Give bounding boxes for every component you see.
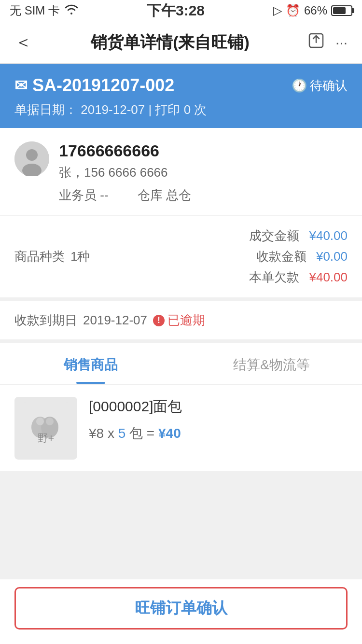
location-icon: ▷ (273, 4, 282, 17)
back-button[interactable]: ＜ (14, 30, 32, 54)
wifi-icon (65, 4, 78, 17)
overdue-text: 已逾期 (167, 312, 205, 329)
confirm-order-button[interactable]: 旺铺订单确认 (14, 587, 348, 630)
share-button[interactable] (308, 33, 324, 52)
product-name: [0000002]面包 (89, 397, 348, 417)
more-button[interactable]: ··· (335, 34, 348, 51)
svg-text:野+: 野+ (38, 432, 55, 444)
page-title: 销货单详情(来自旺铺) (91, 31, 250, 54)
customer-name: 张，156 6666 6666 (59, 164, 348, 181)
category-info: 商品种类 1种 (14, 227, 181, 286)
status-right: ▷ ⏰ 66% (273, 4, 352, 17)
tab-settlement[interactable]: 结算&物流等 (181, 343, 362, 384)
overdue-badge: ! 已逾期 (153, 312, 205, 329)
battery-percent: 66% (304, 4, 327, 17)
product-logo: 野+ (22, 402, 70, 455)
status-left: 无 SIM 卡 (10, 3, 78, 18)
order-id: ✉ SA-20191207-002 (14, 75, 174, 96)
status-bar: 无 SIM 卡 下午3:28 ▷ ⏰ 66% (0, 0, 362, 21)
bottom-bar: 旺铺订单确认 (0, 579, 362, 644)
tab-products[interactable]: 销售商品 (0, 343, 181, 384)
sales-label: 业务员 -- (59, 187, 109, 204)
product-quantity: 5 (118, 426, 126, 441)
transaction-amount: ¥40.00 (309, 228, 348, 243)
product-price: ¥8 x 5 包 = ¥40 (89, 424, 348, 443)
due-date-section: 收款到期日 2019-12-07 ! 已逾期 (0, 301, 362, 343)
status-clock-icon: 🕐 (292, 78, 307, 93)
svg-point-2 (26, 149, 38, 161)
transaction-row: 成交金额 ¥40.00 (249, 227, 348, 244)
warning-icon: ! (153, 315, 165, 326)
owed-row: 本单欠款 ¥40.00 (249, 269, 348, 286)
alarm-icon: ⏰ (286, 4, 300, 17)
product-info: [0000002]面包 ¥8 x 5 包 = ¥40 (89, 397, 348, 443)
product-image: 野+ (14, 397, 77, 460)
svg-point-8 (46, 418, 54, 425)
nav-actions: ··· (308, 33, 348, 52)
svg-point-7 (36, 418, 44, 425)
due-date: 2019-12-07 (83, 313, 147, 328)
customer-info: 17666666666 张，156 6666 6666 业务员 -- 仓库 总仓 (59, 141, 348, 204)
nav-bar: ＜ 销货单详情(来自旺铺) ··· (0, 21, 362, 64)
due-label: 收款到期日 (14, 312, 77, 329)
customer-section: 17666666666 张，156 6666 6666 业务员 -- 仓库 总仓 (0, 128, 362, 216)
customer-phone: 17666666666 (59, 141, 348, 160)
warehouse-label: 仓库 总仓 (138, 187, 191, 204)
time-label: 下午3:28 (147, 1, 205, 21)
owed-amount: ¥40.00 (309, 270, 348, 285)
collected-amount: ¥0.00 (316, 249, 348, 264)
summary-section: 商品种类 1种 成交金额 ¥40.00 收款金额 ¥0.00 本单欠款 ¥40.… (0, 216, 362, 301)
carrier-label: 无 SIM 卡 (10, 3, 60, 18)
amounts-info: 成交金额 ¥40.00 收款金额 ¥0.00 本单欠款 ¥40.00 (181, 227, 348, 286)
collected-row: 收款金额 ¥0.00 (256, 248, 348, 265)
product-section: 野+ [0000002]面包 ¥8 x 5 包 = ¥40 (0, 385, 362, 471)
order-icon: ✉ (14, 76, 28, 95)
avatar (14, 141, 49, 176)
order-status: 🕐 待确认 (292, 77, 348, 94)
header-top: ✉ SA-20191207-002 🕐 待确认 (14, 75, 348, 96)
customer-meta: 业务员 -- 仓库 总仓 (59, 187, 348, 204)
battery-icon (331, 5, 352, 16)
product-total: ¥40 (158, 426, 181, 441)
tabs-section: 销售商品 结算&物流等 (0, 343, 362, 384)
order-date-line: 单据日期： 2019-12-07 | 打印 0 次 (14, 101, 348, 118)
order-header-card: ✉ SA-20191207-002 🕐 待确认 单据日期： 2019-12-07… (0, 64, 362, 128)
